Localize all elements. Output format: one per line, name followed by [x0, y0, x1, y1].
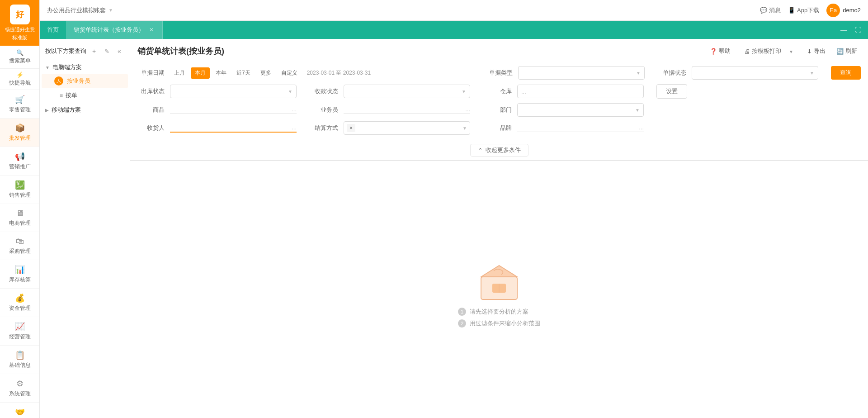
tab-close-icon[interactable]: ✕: [148, 26, 155, 33]
finance-label: 资金管理: [9, 304, 31, 312]
app-icon: 📱: [788, 7, 795, 14]
salesman-scheme-icon: 人: [54, 76, 63, 86]
order-sub-icon: ≡: [60, 92, 63, 99]
export-button[interactable]: ⬇ 导出: [803, 46, 829, 57]
sidebar-menu: 🛒 零售管理 📦 批发管理 📢 营销推广 💹 销售管理 🖥 电商管理 🛍 采购管…: [0, 90, 39, 418]
sidebar-item-operation[interactable]: 📈 经营管理: [0, 317, 39, 346]
zero-retail-label: 零售管理: [9, 106, 31, 114]
refresh-icon: 🔄: [836, 48, 844, 55]
settings-button[interactable]: 设置: [656, 84, 687, 99]
dept-caret-icon: ▼: [635, 108, 640, 113]
query-button[interactable]: 查询: [831, 66, 861, 80]
goods-dots-icon[interactable]: ...: [292, 106, 297, 113]
date-this-year[interactable]: 本年: [212, 67, 231, 79]
sidebar-item-finance[interactable]: 💰 资金管理: [0, 289, 39, 317]
scheme-section: ▼ 电脑端方案 人 按业务员 ≡ 按单 ▶ 移动端方案: [40, 60, 130, 118]
breadcrumb-dropdown[interactable]: ▼: [108, 8, 113, 13]
main-area: 办公用品行业模拟账套 ▼ 💬 消息 📱 App下载 Ea demo2: [40, 0, 868, 418]
sidebar-item-wholesale[interactable]: 📦 批发管理: [0, 119, 39, 147]
consignee-dots-icon[interactable]: ...: [292, 124, 297, 131]
sidebar-item-zero-retail[interactable]: 🛒 零售管理: [0, 90, 39, 119]
date-last7[interactable]: 近7天: [232, 67, 255, 79]
sidebar-search[interactable]: 🔍 搜索菜单: [0, 46, 39, 69]
order-sub-label: 按单: [66, 91, 77, 100]
app-download-label: App下载: [797, 6, 819, 14]
hint-text-2: 用过滤条件来缩小分析范围: [470, 319, 540, 328]
delivery-status-select[interactable]: ▼: [170, 85, 297, 98]
add-scheme-button[interactable]: +: [89, 46, 99, 56]
collapse-chevron-icon: ⌃: [478, 147, 483, 154]
goods-control: ...: [170, 106, 297, 114]
minimize-button[interactable]: —: [837, 24, 850, 36]
date-more[interactable]: 更多: [256, 67, 275, 79]
hint-num-1: 1: [458, 308, 466, 316]
maximize-button[interactable]: ⛶: [852, 24, 864, 36]
tab-sales-stat[interactable]: 销货单统计表（按业务员） ✕: [66, 21, 163, 39]
user-menu[interactable]: Ea demo2: [826, 4, 861, 17]
topbar-actions: 💬 消息 📱 App下载 Ea demo2: [760, 4, 861, 17]
warehouse-select[interactable]: ...: [517, 85, 644, 98]
nav-label: 快捷导航: [9, 79, 31, 87]
brand-label: 品牌: [485, 124, 512, 132]
date-label: 单据日期: [137, 69, 165, 77]
print-dropdown-button[interactable]: ▼: [786, 47, 796, 56]
nav-icon: ⚡: [16, 71, 24, 78]
brand-dots-icon[interactable]: ...: [639, 124, 644, 131]
messages-button[interactable]: 💬 消息: [760, 6, 781, 14]
print-button[interactable]: 🖨 按模板打印: [741, 46, 784, 57]
sidebar-item-marketing[interactable]: 📢 营销推广: [0, 147, 39, 176]
inventory-label: 库存核算: [9, 276, 31, 284]
brand-input[interactable]: [517, 124, 639, 131]
desktop-scheme-group[interactable]: ▼ 电脑端方案: [40, 62, 130, 73]
mobile-scheme-group[interactable]: ▶ 移动端方案: [40, 104, 130, 116]
tab-home[interactable]: 首页: [40, 21, 66, 39]
empty-hints: 1 请先选择要分析的方案 2 用过滤条件来缩小分析范围: [458, 308, 540, 328]
salesman-dots-icon[interactable]: ...: [465, 106, 470, 113]
mobile-expand-icon: ▶: [45, 108, 49, 113]
print-icon: 🖨: [744, 48, 750, 55]
consignee-control: ...: [170, 124, 297, 133]
doc-status-caret-icon: ▼: [810, 71, 814, 76]
salesman-input[interactable]: [344, 106, 465, 113]
settlement-caret-icon: ▼: [462, 126, 467, 131]
edit-scheme-button[interactable]: ✎: [102, 46, 112, 56]
date-range-text: 2023-03-01 至 2023-03-31: [307, 69, 371, 77]
date-this-month[interactable]: 本月: [191, 67, 210, 79]
consignee-input[interactable]: [170, 124, 292, 131]
dept-select[interactable]: ▼: [517, 103, 644, 117]
enterprise-icon: 🤝: [15, 407, 25, 417]
salesman-control: ...: [344, 106, 470, 114]
doc-status-select[interactable]: ▼: [692, 66, 818, 80]
purchase-icon: 🛍: [16, 237, 24, 246]
brand-control: ...: [517, 124, 644, 132]
app-download-button[interactable]: 📱 App下载: [788, 6, 819, 14]
help-button[interactable]: ❓ 帮助: [706, 46, 734, 57]
sidebar-item-sales[interactable]: 💹 销售管理: [0, 176, 39, 204]
sidebar-item-system[interactable]: ⚙ 系统管理: [0, 374, 39, 403]
sidebar-quick-nav[interactable]: ⚡ 快捷导航: [0, 69, 39, 90]
ecommerce-label: 电商管理: [9, 219, 31, 227]
username-label: demo2: [843, 7, 861, 14]
filter-section: 单据日期 上月 本月 本年 近7天 更多 自定义 2023-03-01 至 20…: [130, 62, 868, 161]
sidebar-item-enterprise[interactable]: 🤝 企业协同: [0, 403, 39, 418]
sidebar-item-purchase[interactable]: 🛍 采购管理: [0, 232, 39, 260]
sidebar-item-basic[interactable]: 📋 基础信息: [0, 346, 39, 374]
date-custom[interactable]: 自定义: [277, 67, 302, 79]
doc-type-select[interactable]: ▼: [518, 66, 645, 80]
collapse-panel-button[interactable]: «: [114, 46, 124, 56]
scheme-item-by-salesman[interactable]: 人 按业务员: [42, 74, 128, 88]
goods-input[interactable]: [170, 106, 292, 113]
content-area: 按以下方案查询 + ✎ « ▼ 电脑端方案 人 按业务员: [40, 39, 868, 418]
settlement-tag-close[interactable]: ×: [349, 125, 353, 131]
scheme-sub-item-by-order[interactable]: ≡ 按单: [42, 89, 128, 102]
settlement-tag: ×: [347, 124, 355, 132]
payment-status-select[interactable]: ▼: [344, 85, 470, 98]
sidebar: 好 畅捷通好生意 标准版 🔍 搜索菜单 ⚡ 快捷导航 🛒 零售管理 📦 批发管理…: [0, 0, 40, 418]
empty-illustration: [472, 252, 526, 308]
system-label: 系统管理: [9, 390, 31, 398]
sidebar-item-inventory[interactable]: 📊 库存核算: [0, 260, 39, 289]
collapse-button[interactable]: ⌃ 收起更多条件: [470, 144, 528, 157]
sidebar-item-ecommerce[interactable]: 🖥 电商管理: [0, 204, 39, 232]
date-last-month[interactable]: 上月: [170, 67, 189, 79]
refresh-button[interactable]: 🔄 刷新: [833, 46, 861, 57]
